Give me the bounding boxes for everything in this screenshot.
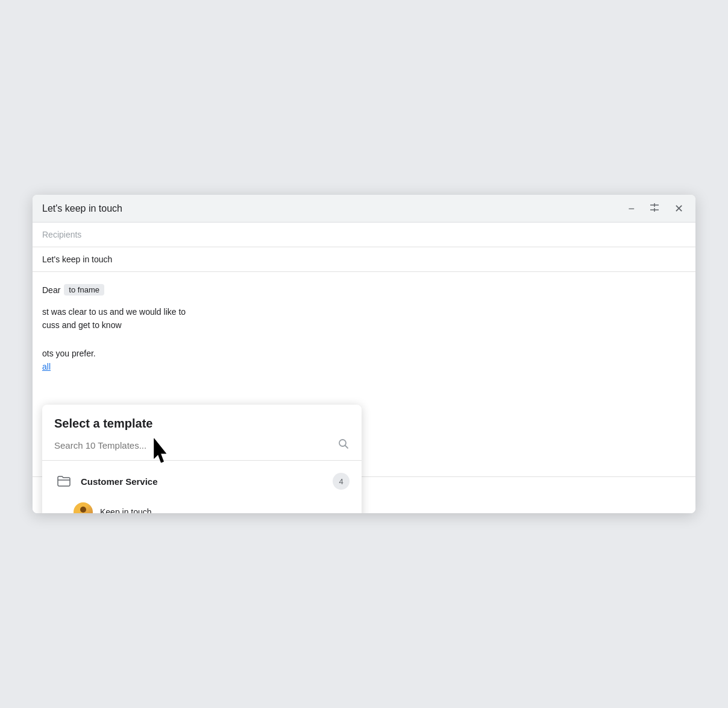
template-search-row <box>42 438 362 461</box>
template-search-input[interactable] <box>54 440 333 450</box>
template-panel-title: Select a template <box>42 405 362 438</box>
close-button[interactable]: ✕ <box>672 202 686 215</box>
template-list: Customer Service 4 Keep in touch ✏️ <box>42 461 362 513</box>
window-title: Let's keep in touch <box>42 203 122 214</box>
recipients-placeholder: Recipients <box>42 230 81 239</box>
body-link[interactable]: all <box>42 362 51 371</box>
template-dropdown: Select a template <box>42 405 362 513</box>
dear-line: Dear to fname <box>42 284 686 296</box>
folder-customer-service-count: 4 <box>333 473 350 490</box>
window-controls: − ✕ <box>626 201 686 216</box>
subject-text: Let's keep in touch <box>42 254 112 264</box>
svg-point-6 <box>80 507 86 513</box>
body-text-1: st was clear to us and we would like to … <box>42 305 686 332</box>
title-bar: Let's keep in touch − ✕ <box>33 195 695 223</box>
search-icon <box>337 438 350 453</box>
email-compose-window: Let's keep in touch − ✕ Recipients Let's… <box>33 195 695 513</box>
svg-line-5 <box>345 446 348 449</box>
fname-tag: to fname <box>64 284 104 296</box>
subject-field[interactable]: Let's keep in touch <box>33 247 695 272</box>
recipients-field[interactable]: Recipients <box>33 223 695 247</box>
template-keep-in-touch[interactable]: Keep in touch ✏️ <box>42 497 362 513</box>
folder-open-icon <box>54 472 74 491</box>
folder-customer-service[interactable]: Customer Service 4 <box>42 466 362 497</box>
avatar-keep-in-touch <box>74 502 93 513</box>
template-keep-in-touch-label: Keep in touch <box>100 507 330 513</box>
body-text-2: ots you prefer. all <box>42 347 686 374</box>
expand-button[interactable] <box>647 201 662 216</box>
folder-customer-service-label: Customer Service <box>81 476 325 487</box>
minimize-button[interactable]: − <box>626 202 637 215</box>
dear-label: Dear <box>42 285 60 295</box>
